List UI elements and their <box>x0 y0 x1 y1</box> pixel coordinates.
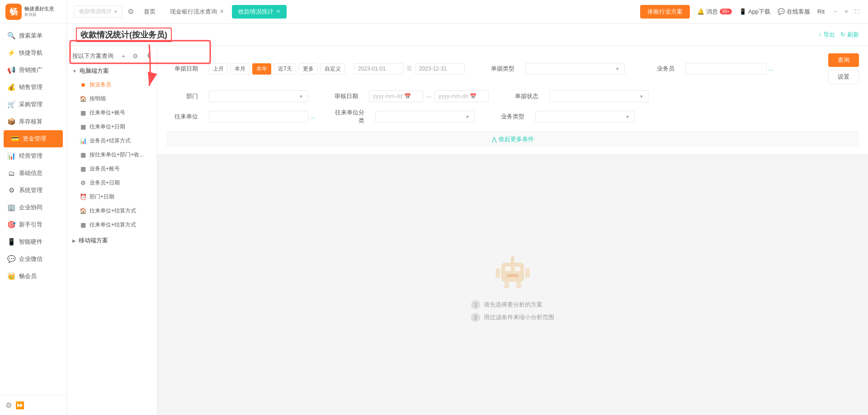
svg-rect-0 <box>501 263 524 282</box>
scheme-item-unit-dept[interactable]: ▦ 按往来单位+部门+收... <box>67 148 157 162</box>
right-panel: 单据日期 上月 本月 本年 近7天 更多 自定义 2023-01-01 至 <box>157 46 868 415</box>
basic-icon: 🗂 <box>7 169 15 177</box>
system-icon: ⚙ <box>7 186 15 194</box>
tab-receipt[interactable]: 收款情况统计 ✕ <box>232 5 287 19</box>
scheme-item-staff-date[interactable]: ⚙ 业务员+日期 <box>67 176 157 190</box>
date-btn-this-year[interactable]: 本年 <box>252 63 271 75</box>
settings-btn[interactable]: 设置 <box>828 70 859 84</box>
step-num-2: 2 <box>471 313 480 322</box>
tab-home[interactable]: 首页 <box>137 5 162 19</box>
staff-more-btn[interactable]: ... <box>769 66 773 72</box>
dept-arrow: ▼ <box>299 94 303 99</box>
window-close-btn[interactable]: ✕ <box>843 8 850 15</box>
date-from-input[interactable]: 2023-01-01 <box>354 63 404 74</box>
tab-receipt-close[interactable]: ✕ <box>276 9 280 14</box>
settings-gear-icon[interactable]: ⚙ <box>127 7 134 16</box>
window-minimize-btn[interactable]: ─ <box>832 8 839 15</box>
sidebar-nav: 🔍 搜索菜单 ⚡ 快捷导航 📢 营销推广 💰 销售管理 🛒 采购管理 📦 库存核… <box>0 24 66 395</box>
sidebar-item-purchase[interactable]: 🛒 采购管理 <box>0 96 66 113</box>
sidebar-item-enterprise[interactable]: 🏢 企业协同 <box>0 199 66 216</box>
partner-select[interactable] <box>209 111 308 123</box>
scheme-item-unit-settle2[interactable]: ▦ 往来单位+结算方式 <box>67 218 157 232</box>
audit-date-label: 审核日期 <box>326 92 358 100</box>
staff-select[interactable] <box>685 63 767 75</box>
add-scheme-icon[interactable]: + <box>119 52 128 61</box>
user-name: Rit <box>817 8 825 15</box>
hardware-icon: 📱 <box>7 238 15 246</box>
scheme-item-dept-date[interactable]: ⏰ 部门+日期 <box>67 190 157 204</box>
partner-more-btn[interactable]: ... <box>310 113 315 120</box>
sidebar-item-member[interactable]: 👑 畅会员 <box>0 268 66 285</box>
date-btn-this-month[interactable]: 本月 <box>231 63 250 75</box>
guide-icon: 🎯 <box>7 221 15 229</box>
scheme-item-unit-settle1[interactable]: 🏠 往来单位+结算方式 <box>67 204 157 218</box>
scheme-settings-icon[interactable]: ⚙ <box>131 52 140 61</box>
empty-state: 1 请先选择要分析的方案 2 用过滤条件来缩小分析范围 <box>157 155 868 415</box>
doc-status-select[interactable]: ▼ <box>549 90 649 102</box>
export-btn[interactable]: ↑ 导出 <box>819 31 835 39</box>
mobile-section-header[interactable]: ▶ 移动端方案 <box>67 234 157 247</box>
date-btn-last-month[interactable]: 上月 <box>209 63 228 75</box>
sidebar-item-system[interactable]: ⚙ 系统管理 <box>0 182 66 199</box>
sidebar-item-quicknav[interactable]: ⚡ 快捷导航 <box>0 44 66 61</box>
sidebar-item-search[interactable]: 🔍 搜索菜单 <box>0 27 66 44</box>
quicknav-icon: ⚡ <box>7 49 15 57</box>
filter-row-3: 往来单位 ... 往来单位分类 ▼ 业务类型 <box>166 108 859 125</box>
trial-btn[interactable]: 体验行业方案 <box>640 5 690 19</box>
query-btn[interactable]: 查询 <box>828 53 859 67</box>
window-maximize-btn[interactable]: ⛶ <box>854 8 861 15</box>
refresh-btn[interactable]: ↻ 刷新 <box>840 31 859 39</box>
audit-date-to[interactable]: yyyy-mm-dd 📅 <box>434 90 489 102</box>
date-btn-custom[interactable]: 自定义 <box>321 63 345 75</box>
panel-header-icons: + ⚙ 《 <box>119 52 151 61</box>
filter-area: 单据日期 上月 本月 本年 近7天 更多 自定义 2023-01-01 至 <box>157 46 868 155</box>
collapse-sidebar-icon[interactable]: ⏩ <box>15 401 24 410</box>
scheme-item-label: 往来单位+日期 <box>90 123 125 131</box>
collapse-filter-btn[interactable]: ⋀ 收起更多条件 <box>166 131 859 147</box>
scheme-item-staff-account[interactable]: ▦ 业务员+账号 <box>67 162 157 176</box>
partner-category-select[interactable]: ▼ <box>375 111 475 123</box>
staff-label: 业务员 <box>643 65 675 73</box>
sidebar-item-operation[interactable]: 📊 经营管理 <box>0 147 66 165</box>
unit-dept-icon: ▦ <box>80 151 87 159</box>
sidebar-item-inventory[interactable]: 📦 库存核算 <box>0 113 66 130</box>
doc-type-select[interactable]: ▼ <box>525 63 625 75</box>
dept-select[interactable]: ▼ <box>209 90 308 102</box>
sidebar-item-wechat[interactable]: 💬 企业微信 <box>0 250 66 268</box>
scheme-item-label: 往来单位+结算方式 <box>90 221 136 229</box>
sidebar-item-marketing[interactable]: 📢 营销推广 <box>0 61 66 79</box>
collapse-panel-icon[interactable]: 《 <box>142 52 151 61</box>
sidebar-item-sales[interactable]: 💰 销售管理 <box>0 79 66 96</box>
sidebar-item-hardware[interactable]: 📱 智能硬件 <box>0 233 66 250</box>
biz-type-label: 业务类型 <box>493 113 524 121</box>
notification-area[interactable]: 🔔 消息 99+ <box>697 8 732 16</box>
sidebar-item-guide[interactable]: 🎯 新手引导 <box>0 216 66 233</box>
date-btn-last7days[interactable]: 近7天 <box>274 63 296 75</box>
scheme-item-unit-date[interactable]: ▦ 往来单位+日期 <box>67 120 157 134</box>
date-to-input[interactable]: 2023-12-31 <box>415 63 465 74</box>
sidebar-item-basic[interactable]: 🗂 基础信息 <box>0 165 66 182</box>
purchase-icon: 🛒 <box>7 100 15 108</box>
svg-rect-1 <box>505 267 511 271</box>
scheme-item-staff-settle[interactable]: 📊 业务员+结算方式 <box>67 134 157 148</box>
pc-section-header[interactable]: ▼ 电脑端方案 <box>67 64 157 78</box>
enterprise-icon: 🏢 <box>7 203 15 212</box>
tab-bank[interactable]: 现金银行流水查询 ✕ <box>164 5 230 19</box>
sidebar-item-capital[interactable]: 💳 资金管理 <box>4 130 63 147</box>
user-avatar[interactable]: Rit <box>817 8 825 15</box>
tab-bank-close[interactable]: ✕ <box>220 9 224 14</box>
audit-date-from[interactable]: yyyy-mm-dd 📅 <box>369 90 423 102</box>
calendar-icon-from: 📅 <box>404 93 411 99</box>
scheme-item-by-staff[interactable]: 按业务员 <box>67 78 157 92</box>
breadcrumb-arrow: ▾ <box>114 9 117 15</box>
app-download[interactable]: 📱 App下载 <box>739 8 770 16</box>
dept-date-icon: ⏰ <box>80 193 87 201</box>
sidebar-bottom: ⚙ ⏩ <box>0 395 66 415</box>
scheme-item-by-detail[interactable]: 🏠 按明细 <box>67 92 157 106</box>
online-service[interactable]: 💬 在线客服 <box>778 8 810 16</box>
logo-icon: 畅 <box>5 4 22 20</box>
date-btn-more[interactable]: 更多 <box>299 63 318 75</box>
biz-type-select[interactable]: ▼ <box>535 111 635 123</box>
settings-bottom-icon[interactable]: ⚙ <box>5 401 12 410</box>
scheme-item-unit-account[interactable]: ▦ 往来单位+账号 <box>67 106 157 120</box>
